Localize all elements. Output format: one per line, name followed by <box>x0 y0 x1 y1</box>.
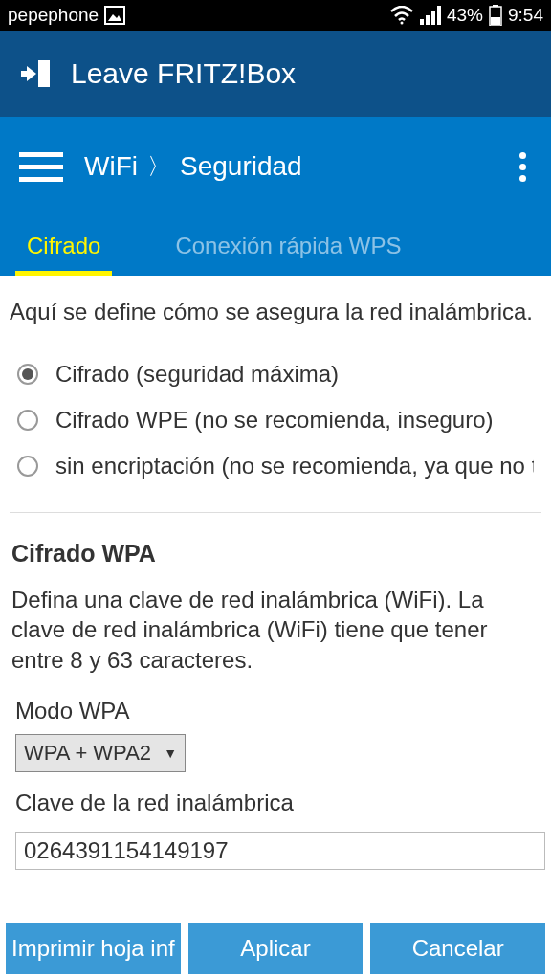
section-divider <box>10 512 541 513</box>
wifi-key-input[interactable] <box>15 832 545 870</box>
battery-percent: 43% <box>447 5 483 26</box>
signal-icon <box>420 6 441 25</box>
chevron-right-icon: 〉 <box>147 151 170 182</box>
svg-rect-9 <box>491 17 500 25</box>
radio-icon <box>17 456 38 477</box>
radio-wpe[interactable]: Cifrado WPE (no se recomienda, inseguro) <box>10 397 541 443</box>
svg-rect-0 <box>105 7 124 24</box>
svg-marker-11 <box>21 66 36 81</box>
breadcrumb-security[interactable]: Seguridad <box>180 151 302 182</box>
intro-text: Aquí se define cómo se asegura la red in… <box>10 297 541 326</box>
cancel-button[interactable]: Cancelar <box>370 923 545 974</box>
overflow-menu-button[interactable] <box>514 146 532 188</box>
svg-rect-5 <box>431 11 435 25</box>
svg-marker-1 <box>108 14 121 21</box>
carrier-label: pepephone <box>8 5 99 26</box>
svg-rect-3 <box>420 19 424 25</box>
clock: 9:54 <box>508 5 543 26</box>
breadcrumb: WiFi 〉 Seguridad <box>84 151 302 182</box>
tab-cifrado[interactable]: Cifrado <box>0 216 127 276</box>
radio-none[interactable]: sin encriptación (no se recomienda, ya q… <box>10 443 541 489</box>
svg-rect-4 <box>426 15 430 25</box>
wpa-description: Defina una clave de red inalámbrica (WiF… <box>10 585 541 675</box>
radio-label: sin encriptación (no se recomienda, ya q… <box>55 453 534 479</box>
breadcrumb-wifi[interactable]: WiFi <box>84 151 138 182</box>
tab-wps[interactable]: Conexión rápida WPS <box>127 216 449 276</box>
radio-label: Cifrado WPE (no se recomienda, inseguro) <box>55 407 494 434</box>
wpa-heading: Cifrado WPA <box>10 540 541 568</box>
battery-icon <box>489 5 502 26</box>
picture-icon <box>104 6 125 25</box>
wpa-mode-value: WPA + WPA2 <box>24 741 151 766</box>
status-bar: pepephone 43% 9:54 <box>0 0 551 31</box>
nav-bar: WiFi 〉 Seguridad <box>0 117 551 216</box>
apply-button[interactable]: Aplicar <box>188 923 364 974</box>
action-bar: Imprimir hoja inf Aplicar Cancelar <box>0 923 551 980</box>
menu-button[interactable] <box>19 152 63 182</box>
wpa-mode-label: Modo WPA <box>15 698 541 724</box>
app-title-bar: Leave FRITZ!Box <box>0 31 551 117</box>
wpa-mode-select[interactable]: WPA + WPA2 ▼ <box>15 734 186 772</box>
radio-label: Cifrado (seguridad máxima) <box>55 361 339 388</box>
radio-icon <box>17 410 38 431</box>
print-button[interactable]: Imprimir hoja inf <box>6 923 181 974</box>
tab-strip: Cifrado Conexión rápida WPS <box>0 216 551 276</box>
radio-icon <box>17 364 38 385</box>
content-area: Aquí se define cómo se asegura la red in… <box>0 276 551 870</box>
wifi-key-label: Clave de la red inalámbrica <box>15 790 541 816</box>
svg-point-2 <box>400 22 403 25</box>
wifi-icon <box>389 6 414 25</box>
app-title: Leave FRITZ!Box <box>71 57 296 90</box>
caret-down-icon: ▼ <box>164 746 177 761</box>
leave-icon[interactable] <box>19 56 54 91</box>
svg-rect-10 <box>38 60 50 87</box>
svg-rect-6 <box>437 6 441 25</box>
radio-max-security[interactable]: Cifrado (seguridad máxima) <box>10 351 541 397</box>
